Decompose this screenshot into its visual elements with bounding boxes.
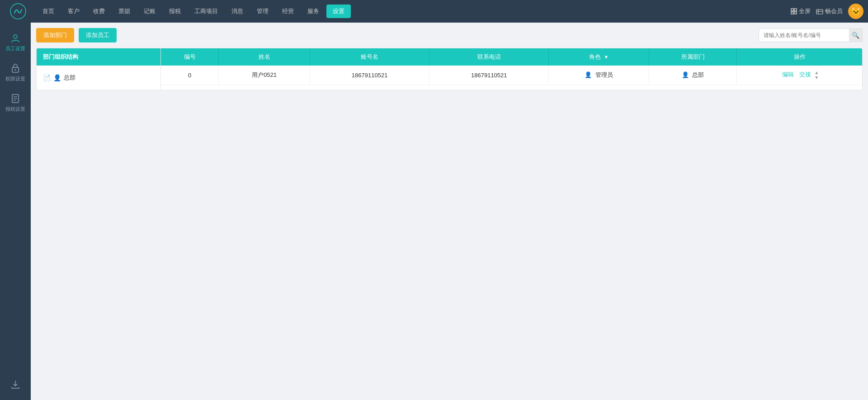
nav-settings[interactable]: 设置: [326, 5, 351, 18]
col-phone: 联系电话: [429, 48, 549, 66]
svg-rect-3: [791, 12, 793, 14]
nav-manage[interactable]: 管理: [250, 5, 275, 18]
sidebar-item-staff[interactable]: 员工设置: [0, 27, 31, 57]
sidebar: 员工设置 权限设置 报税设置: [0, 23, 31, 400]
col-name: 姓名: [219, 48, 310, 66]
col-dept: 所属部门: [649, 48, 737, 66]
file-icon: 📄: [43, 74, 51, 81]
vip-button[interactable]: 畅会员: [816, 7, 843, 15]
dept-tree-item-general[interactable]: 📄 👤 总部: [37, 70, 160, 85]
vip-label: 畅会员: [825, 7, 843, 15]
dept-label-general: 总部: [64, 74, 75, 82]
fullscreen-button[interactable]: 全屏: [791, 7, 811, 15]
app-logo: [5, 3, 32, 19]
col-id: 编号: [161, 48, 219, 66]
svg-rect-5: [816, 9, 823, 14]
sidebar-item-download[interactable]: [0, 374, 31, 395]
sidebar-permissions-label: 权限设置: [5, 75, 25, 82]
cell-role: 👤 管理员: [549, 66, 649, 85]
add-dept-button[interactable]: 添加部门: [36, 28, 74, 42]
staff-panel: 编号 姓名 账号名 联系电话 角色 ▼ 所属部门 操作: [161, 48, 862, 90]
row-scroll-control[interactable]: ▲ ▼: [814, 70, 819, 80]
download-icon: [10, 379, 21, 390]
search-area: 🔍: [759, 28, 863, 42]
col-account: 账号名: [310, 48, 429, 66]
nav-tax[interactable]: 报税: [163, 5, 187, 18]
scroll-up-icon: ▲: [814, 70, 819, 75]
sidebar-tax-label: 报税设置: [5, 106, 25, 113]
dept-icon: 👤: [682, 71, 689, 78]
svg-point-8: [14, 35, 17, 38]
sidebar-item-permissions[interactable]: 权限设置: [0, 57, 31, 88]
dept-panel: 部门组织结构 📄 👤 总部: [37, 48, 161, 90]
top-nav: 首页 客户 收费 票据 记账 报税 工商项目 消息 管理 经营 服务 设置 全屏: [0, 0, 868, 23]
search-button[interactable]: 🔍: [849, 28, 863, 42]
panels: 部门组织结构 📄 👤 总部 编号 姓名 账号名: [36, 48, 863, 90]
sidebar-staff-label: 员工设置: [5, 45, 25, 52]
nav-message[interactable]: 消息: [225, 5, 250, 18]
col-actions: 操作: [737, 48, 862, 66]
main-layout: 员工设置 权限设置 报税设置: [0, 23, 868, 400]
staff-table: 编号 姓名 账号名 联系电话 角色 ▼ 所属部门 操作: [161, 48, 862, 85]
cell-account: 18679110521: [310, 66, 429, 85]
search-input[interactable]: [759, 28, 849, 42]
col-role: 角色 ▼: [549, 48, 649, 66]
nav-business[interactable]: 工商项目: [188, 5, 224, 18]
nav-items: 首页 客户 收费 票据 记账 报税 工商项目 消息 管理 经营 服务 设置: [36, 5, 791, 18]
role-icon: 👤: [585, 71, 592, 78]
cell-actions: 编辑 交接 ▲ ▼: [737, 66, 862, 85]
nav-operation[interactable]: 经营: [276, 5, 300, 18]
nav-invoice[interactable]: 票据: [112, 5, 137, 18]
lock-icon: [10, 63, 21, 74]
nav-billing[interactable]: 收费: [87, 5, 111, 18]
nav-customer[interactable]: 客户: [61, 5, 86, 18]
dept-person-icon: 👤: [53, 74, 61, 81]
svg-rect-4: [794, 12, 797, 14]
table-row: 0 用户0521 18679110521 18679110521 👤 管理员 👤…: [161, 66, 862, 85]
nav-right: 全屏 畅会员 🐱: [791, 4, 863, 19]
transfer-link[interactable]: 交接: [799, 71, 811, 78]
cell-name: 用户0521: [219, 66, 310, 85]
svg-point-10: [15, 69, 16, 71]
staff-icon: [10, 33, 21, 43]
svg-rect-1: [791, 9, 793, 11]
nav-accounting[interactable]: 记账: [137, 5, 162, 18]
add-staff-button[interactable]: 添加员工: [79, 28, 117, 42]
filter-icon[interactable]: ▼: [604, 54, 609, 60]
fullscreen-label: 全屏: [799, 7, 811, 15]
cell-dept: 👤 总部: [649, 66, 737, 85]
search-icon: 🔍: [852, 32, 859, 39]
toolbar: 添加部门 添加员工 🔍: [36, 28, 863, 42]
edit-link[interactable]: 编辑: [782, 71, 794, 78]
scroll-down-icon: ▼: [814, 75, 819, 80]
dept-header: 部门组织结构: [37, 48, 160, 66]
svg-rect-2: [794, 9, 797, 11]
nav-service[interactable]: 服务: [301, 5, 326, 18]
sidebar-item-tax-settings[interactable]: 报税设置: [0, 88, 31, 118]
cell-phone: 18679110521: [429, 66, 549, 85]
nav-home[interactable]: 首页: [36, 5, 61, 18]
user-avatar[interactable]: 🐱: [848, 4, 863, 19]
dept-tree: 📄 👤 总部: [37, 66, 160, 90]
tax-settings-icon: [10, 93, 21, 104]
content-area: 添加部门 添加员工 🔍 部门组织结构 📄 👤 总部: [31, 23, 868, 400]
cell-id: 0: [161, 66, 219, 85]
